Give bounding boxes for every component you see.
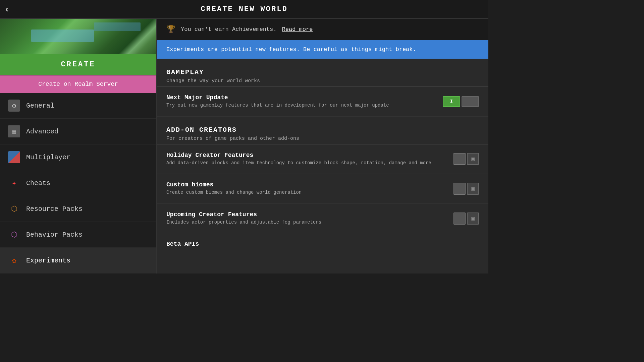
upcoming-creator-checkbox-icon: ▣ bbox=[467, 213, 479, 225]
holiday-creator-checkbox-container: ▣ bbox=[453, 153, 479, 165]
beta-apis-title: Beta APIs bbox=[166, 241, 479, 247]
sidebar-item-experiments[interactable]: Experiments bbox=[0, 248, 156, 274]
sidebar-item-multiplayer[interactable]: Multiplayer bbox=[0, 144, 156, 170]
experiments-notice-text: Experiments are potential new features. … bbox=[166, 46, 416, 53]
holiday-creator-title: Holiday Creator Features bbox=[166, 152, 453, 159]
main-layout: CREATE Create on Realm Server General Ad… bbox=[0, 19, 488, 274]
gameplay-section-header: GAMEPLAY Change the way your world works bbox=[157, 59, 488, 86]
sidebar-label-resource: Resource Packs bbox=[26, 205, 83, 213]
sidebar-item-advanced[interactable]: Advanced bbox=[0, 119, 156, 144]
sidebar: CREATE Create on Realm Server General Ad… bbox=[0, 19, 157, 274]
resource-icon bbox=[8, 203, 20, 215]
experiments-icon bbox=[8, 254, 20, 266]
custom-biomes-checkbox-container: ▣ bbox=[453, 183, 479, 195]
gameplay-title: GAMEPLAY bbox=[166, 68, 479, 76]
sidebar-label-advanced: Advanced bbox=[26, 128, 58, 135]
multiplayer-icon bbox=[8, 151, 20, 163]
read-more-link[interactable]: Read more bbox=[282, 26, 313, 33]
custom-biomes-checkbox-icon: ▣ bbox=[467, 183, 479, 195]
beta-apis-text: Beta APIs bbox=[166, 241, 479, 247]
addon-section-header: ADD-ON CREATORS For creators of game pac… bbox=[157, 117, 488, 144]
content-area: 🏆 You can't earn Achievements. Read more… bbox=[157, 19, 488, 274]
toggle-off-button[interactable] bbox=[462, 96, 479, 107]
custom-biomes-row: Custom biomes Create custom biomes and c… bbox=[157, 174, 488, 204]
gameplay-description: Change the way your world works bbox=[166, 78, 479, 84]
sidebar-label-behavior: Behavior Packs bbox=[26, 231, 83, 239]
world-preview-image bbox=[0, 19, 156, 54]
achievement-notice-text: You can't earn Achievements. bbox=[181, 26, 277, 33]
holiday-creator-checkbox[interactable] bbox=[453, 153, 466, 165]
next-major-update-text: Next Major Update Try out new gameplay f… bbox=[166, 94, 443, 109]
header: ‹ CREATE NEW WORLD bbox=[0, 0, 488, 19]
achievement-banner: 🏆 You can't earn Achievements. Read more bbox=[157, 19, 488, 40]
custom-biomes-text: Custom biomes Create custom biomes and c… bbox=[166, 181, 453, 196]
create-button[interactable]: CREATE bbox=[0, 54, 156, 75]
upcoming-creator-row: Upcoming Creator Features Includes actor… bbox=[157, 204, 488, 234]
custom-biomes-desc: Create custom biomes and change world ge… bbox=[166, 189, 453, 196]
cheats-icon bbox=[8, 177, 20, 189]
addon-description: For creators of game packs and other add… bbox=[166, 136, 479, 141]
general-icon bbox=[8, 100, 20, 112]
holiday-creator-checkbox-icon: ▣ bbox=[467, 153, 479, 165]
sidebar-item-behavior-packs[interactable]: Behavior Packs bbox=[0, 222, 156, 248]
next-major-update-desc: Try out new gameplay features that are i… bbox=[166, 102, 443, 109]
experiments-banner: Experiments are potential new features. … bbox=[157, 40, 488, 59]
sidebar-item-general[interactable]: General bbox=[0, 93, 156, 119]
achievement-icon: 🏆 bbox=[166, 25, 175, 34]
sidebar-label-cheats: Cheats bbox=[26, 179, 50, 187]
holiday-creator-row: Holiday Creator Features Add data-driven… bbox=[157, 144, 488, 174]
next-major-update-title: Next Major Update bbox=[166, 94, 443, 101]
sidebar-item-cheats[interactable]: Cheats bbox=[0, 170, 156, 196]
behavior-icon bbox=[8, 229, 20, 241]
custom-biomes-title: Custom biomes bbox=[166, 181, 453, 188]
upcoming-creator-checkbox-container: ▣ bbox=[453, 213, 479, 225]
holiday-creator-desc: Add data-driven blocks and item technolo… bbox=[166, 160, 453, 167]
sidebar-label-multiplayer: Multiplayer bbox=[26, 154, 70, 161]
upcoming-creator-checkbox[interactable] bbox=[453, 213, 466, 225]
sidebar-label-general: General bbox=[26, 102, 54, 110]
toggle-on-button[interactable]: I bbox=[443, 96, 460, 107]
upcoming-creator-desc: Includes actor properties and adjustable… bbox=[166, 219, 453, 226]
advanced-icon bbox=[8, 125, 20, 137]
upcoming-creator-title: Upcoming Creator Features bbox=[166, 211, 453, 218]
sidebar-label-experiments: Experiments bbox=[26, 257, 70, 264]
holiday-creator-text: Holiday Creator Features Add data-driven… bbox=[166, 152, 453, 167]
page-title: CREATE NEW WORLD bbox=[201, 5, 287, 13]
back-button[interactable]: ‹ bbox=[5, 4, 8, 14]
custom-biomes-checkbox[interactable] bbox=[453, 183, 466, 195]
addon-title: ADD-ON CREATORS bbox=[166, 126, 479, 134]
upcoming-creator-text: Upcoming Creator Features Includes actor… bbox=[166, 211, 453, 226]
realm-button[interactable]: Create on Realm Server bbox=[0, 75, 156, 93]
next-major-update-row: Next Major Update Try out new gameplay f… bbox=[157, 87, 488, 117]
beta-apis-row: Beta APIs bbox=[157, 233, 488, 255]
next-major-update-toggle-container: I bbox=[443, 96, 479, 107]
sidebar-item-resource-packs[interactable]: Resource Packs bbox=[0, 196, 156, 222]
